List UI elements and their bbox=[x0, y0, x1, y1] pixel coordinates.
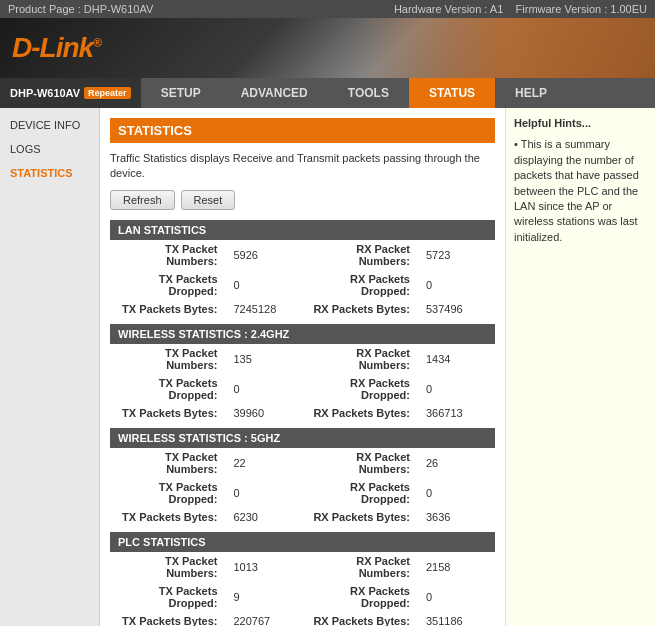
plc-tx-bytes-label: TX Packets Bytes: bbox=[110, 612, 226, 626]
w5-tx-bytes-label: TX Packets Bytes: bbox=[110, 508, 226, 526]
sidebar: DEVICE INFO LOGS STATISTICS bbox=[0, 108, 100, 626]
description: Traffic Statistics displays Receive and … bbox=[110, 151, 495, 182]
sidebar-item-device-info[interactable]: DEVICE INFO bbox=[0, 113, 99, 137]
nav-brand: DHP-W610AV Repeater bbox=[0, 78, 141, 108]
wireless5-stats-table: TX Packet Numbers: 22 RX Packet Numbers:… bbox=[110, 448, 495, 526]
lan-stats-table: TX Packet Numbers: 5926 RX Packet Number… bbox=[110, 240, 495, 318]
lan-rx-dropped-value: 0 bbox=[418, 270, 495, 300]
lan-section-header: LAN STATISTICS bbox=[110, 220, 495, 240]
plc-rx-packet-label: RX Packet Numbers: bbox=[303, 552, 419, 582]
wireless5-section-header: WIRELESS STATISTICS : 5GHZ bbox=[110, 428, 495, 448]
w5-tx-dropped-value: 0 bbox=[226, 478, 303, 508]
tab-status[interactable]: STATUS bbox=[409, 78, 495, 108]
tab-setup[interactable]: SETUP bbox=[141, 78, 221, 108]
product-page-label: Product Page : DHP-W610AV bbox=[8, 3, 153, 15]
plc-tx-bytes-value: 220767 bbox=[226, 612, 303, 626]
w24-rx-bytes-value: 366713 bbox=[418, 404, 495, 422]
lan-rx-bytes-value: 537496 bbox=[418, 300, 495, 318]
w5-rx-packet-value: 26 bbox=[418, 448, 495, 478]
version-info: Hardware Version : A1 Firmware Version :… bbox=[394, 3, 647, 15]
w5-rx-dropped-value: 0 bbox=[418, 478, 495, 508]
plc-section-header: PLC STATISTICS bbox=[110, 532, 495, 552]
nav-bar: DHP-W610AV Repeater SETUP ADVANCED TOOLS… bbox=[0, 78, 655, 108]
table-row: TX Packet Numbers: 1013 RX Packet Number… bbox=[110, 552, 495, 582]
reset-button[interactable]: Reset bbox=[181, 190, 236, 210]
plc-rx-bytes-value: 351186 bbox=[418, 612, 495, 626]
plc-rx-bytes-label: RX Packets Bytes: bbox=[303, 612, 419, 626]
sidebar-item-statistics[interactable]: STATISTICS bbox=[0, 161, 99, 185]
w5-tx-packet-value: 22 bbox=[226, 448, 303, 478]
header: D-Link® bbox=[0, 18, 655, 78]
plc-tx-packet-value: 1013 bbox=[226, 552, 303, 582]
table-row: TX Packets Dropped: 0 RX Packets Dropped… bbox=[110, 270, 495, 300]
lan-rx-bytes-label: RX Packets Bytes: bbox=[303, 300, 419, 318]
logo-text: D-Link® bbox=[12, 32, 101, 63]
w5-rx-packet-label: RX Packet Numbers: bbox=[303, 448, 419, 478]
lan-rx-packet-label: RX Packet Numbers: bbox=[303, 240, 419, 270]
plc-tx-dropped-value: 9 bbox=[226, 582, 303, 612]
w24-rx-dropped-label: RX Packets Dropped: bbox=[303, 374, 419, 404]
top-bar: Product Page : DHP-W610AV Hardware Versi… bbox=[0, 0, 655, 18]
w24-rx-bytes-label: RX Packets Bytes: bbox=[303, 404, 419, 422]
w24-rx-dropped-value: 0 bbox=[418, 374, 495, 404]
repeater-badge: Repeater bbox=[84, 87, 131, 99]
w24-tx-packet-label: TX Packet Numbers: bbox=[110, 344, 226, 374]
content-area: STATISTICS Traffic Statistics displays R… bbox=[100, 108, 505, 626]
lan-tx-packet-value: 5926 bbox=[226, 240, 303, 270]
refresh-button[interactable]: Refresh bbox=[110, 190, 175, 210]
plc-stats-table: TX Packet Numbers: 1013 RX Packet Number… bbox=[110, 552, 495, 626]
table-row: TX Packets Dropped: 9 RX Packets Dropped… bbox=[110, 582, 495, 612]
table-row: TX Packets Dropped: 0 RX Packets Dropped… bbox=[110, 478, 495, 508]
hint-text: • This is a summary displaying the numbe… bbox=[514, 137, 647, 245]
hint-box: Helpful Hints... • This is a summary dis… bbox=[505, 108, 655, 626]
plc-rx-dropped-value: 0 bbox=[418, 582, 495, 612]
table-row: TX Packet Numbers: 135 RX Packet Numbers… bbox=[110, 344, 495, 374]
table-row: TX Packet Numbers: 22 RX Packet Numbers:… bbox=[110, 448, 495, 478]
page-title: STATISTICS bbox=[110, 118, 495, 143]
plc-rx-packet-value: 2158 bbox=[418, 552, 495, 582]
w24-tx-bytes-value: 39960 bbox=[226, 404, 303, 422]
logo: D-Link® bbox=[12, 32, 101, 64]
lan-tx-dropped-label: TX Packets Dropped: bbox=[110, 270, 226, 300]
sidebar-item-logs[interactable]: LOGS bbox=[0, 137, 99, 161]
wireless24-section-header: WIRELESS STATISTICS : 2.4GHZ bbox=[110, 324, 495, 344]
lan-tx-bytes-label: TX Packets Bytes: bbox=[110, 300, 226, 318]
w24-tx-bytes-label: TX Packets Bytes: bbox=[110, 404, 226, 422]
w24-tx-dropped-value: 0 bbox=[226, 374, 303, 404]
hint-title: Helpful Hints... bbox=[514, 116, 647, 131]
w24-rx-packet-label: RX Packet Numbers: bbox=[303, 344, 419, 374]
table-row: TX Packets Bytes: 220767 RX Packets Byte… bbox=[110, 612, 495, 626]
lan-tx-packet-label: TX Packet Numbers: bbox=[110, 240, 226, 270]
w24-tx-dropped-label: TX Packets Dropped: bbox=[110, 374, 226, 404]
w5-tx-packet-label: TX Packet Numbers: bbox=[110, 448, 226, 478]
table-row: TX Packet Numbers: 5926 RX Packet Number… bbox=[110, 240, 495, 270]
w5-tx-bytes-value: 6230 bbox=[226, 508, 303, 526]
w24-tx-packet-value: 135 bbox=[226, 344, 303, 374]
w5-rx-dropped-label: RX Packets Dropped: bbox=[303, 478, 419, 508]
main-content: DEVICE INFO LOGS STATISTICS STATISTICS T… bbox=[0, 108, 655, 626]
w5-tx-dropped-label: TX Packets Dropped: bbox=[110, 478, 226, 508]
tab-tools[interactable]: TOOLS bbox=[328, 78, 409, 108]
w24-rx-packet-value: 1434 bbox=[418, 344, 495, 374]
wireless24-stats-table: TX Packet Numbers: 135 RX Packet Numbers… bbox=[110, 344, 495, 422]
nav-brand-name: DHP-W610AV bbox=[10, 87, 80, 99]
w5-rx-bytes-label: RX Packets Bytes: bbox=[303, 508, 419, 526]
table-row: TX Packets Bytes: 7245128 RX Packets Byt… bbox=[110, 300, 495, 318]
tab-help[interactable]: HELP bbox=[495, 78, 567, 108]
w5-rx-bytes-value: 3636 bbox=[418, 508, 495, 526]
plc-rx-dropped-label: RX Packets Dropped: bbox=[303, 582, 419, 612]
table-row: TX Packets Bytes: 39960 RX Packets Bytes… bbox=[110, 404, 495, 422]
lan-tx-bytes-value: 7245128 bbox=[226, 300, 303, 318]
lan-rx-packet-value: 5723 bbox=[418, 240, 495, 270]
table-row: TX Packets Bytes: 6230 RX Packets Bytes:… bbox=[110, 508, 495, 526]
plc-tx-packet-label: TX Packet Numbers: bbox=[110, 552, 226, 582]
lan-tx-dropped-value: 0 bbox=[226, 270, 303, 300]
lan-rx-dropped-label: RX Packets Dropped: bbox=[303, 270, 419, 300]
button-row: Refresh Reset bbox=[110, 190, 495, 210]
tab-advanced[interactable]: ADVANCED bbox=[221, 78, 328, 108]
table-row: TX Packets Dropped: 0 RX Packets Dropped… bbox=[110, 374, 495, 404]
plc-tx-dropped-label: TX Packets Dropped: bbox=[110, 582, 226, 612]
